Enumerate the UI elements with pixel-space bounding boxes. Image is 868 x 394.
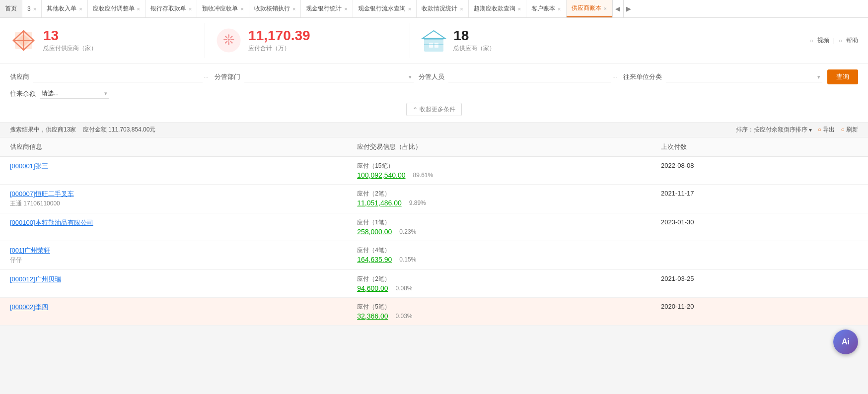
last-payment-cell: 2021-03-25 — [651, 270, 868, 298]
tx-info-cell: 应付（15笔）100,092,540.0089.61% — [347, 157, 651, 185]
filter-row-2: 往来余额 请选... — [10, 88, 858, 99]
nav-tab-supplier-ledger-close[interactable]: × — [604, 5, 607, 11]
nav-tab-cash-bank-flow-close[interactable]: × — [408, 6, 411, 12]
nav-tab-bank-deposit-close[interactable]: × — [189, 6, 192, 12]
search-button[interactable]: 查询 — [827, 69, 858, 84]
collapse-button[interactable]: ⌃ 收起更多条件 — [406, 103, 462, 116]
data-table: 供应商信息 应付交易信息（占比） 上次付数 [000001]张三应付（15笔）1… — [0, 137, 868, 326]
collapse-chevron-icon: ⌃ — [413, 106, 418, 113]
nav-tab-advance-ar-close[interactable]: × — [240, 6, 243, 12]
supplier-link[interactable]: [000012]广州贝瑞 — [10, 275, 61, 283]
svg-rect-9 — [429, 43, 433, 48]
svg-marker-8 — [422, 31, 445, 39]
tx-pct: 0.08% — [395, 285, 412, 292]
nav-tab-3[interactable]: 3 × — [22, 0, 42, 17]
nav-tab-home[interactable]: 首页 — [0, 0, 22, 17]
tx-label: 应付（2笔） — [357, 275, 641, 283]
filter-supplier: 供应商 ··· — [10, 72, 210, 82]
refresh-link[interactable]: ○ 刷新 — [841, 126, 858, 134]
nav-tab-ar-ap-adjust-label: 应收应付调整单 — [93, 4, 135, 13]
stat-payable-suppliers-content: 13 总应付供应商（家） — [43, 28, 97, 53]
nav-tab-overdue-ar[interactable]: 超期应收款查询 × — [469, 0, 526, 17]
person-dots-icon[interactable]: ··· — [612, 74, 617, 80]
top-right-links: ○ 视频 | ○ 帮助 — [799, 23, 868, 58]
supplier-link[interactable]: [000001]张三 — [10, 162, 48, 170]
tx-amount[interactable]: 11,051,486.00 — [357, 199, 402, 207]
nav-tab-ar-ap-adjust[interactable]: 应收应付调整单 × — [88, 0, 145, 17]
stat-icon-store — [420, 27, 447, 54]
tx-amount[interactable]: 94,600.00 — [357, 284, 388, 292]
supplier-link[interactable]: [000002]李四 — [10, 303, 48, 311]
stat-total-suppliers-number: 18 — [453, 28, 495, 44]
stat-payable-amount-label: 应付合计（万） — [248, 44, 310, 53]
result-bar: 搜索结果中，供应商13家 应付金额 111,703,854.00元 排序：按应付… — [0, 123, 868, 137]
table-body: [000001]张三应付（15笔）100,092,540.0089.61%202… — [0, 157, 868, 326]
filter-dept: 分管部门 — [215, 72, 414, 82]
stat-total-suppliers-label: 总供应商（家） — [453, 44, 495, 53]
nav-tab-cash-bank-stat[interactable]: 现金银行统计 × — [301, 0, 353, 17]
tx-amount[interactable]: 164,635.90 — [357, 256, 392, 263]
tx-amount[interactable]: 32,366.00 — [357, 312, 388, 320]
filter-supplier-input[interactable] — [33, 72, 203, 82]
stat-total-suppliers: 18 总供应商（家） — [410, 23, 799, 58]
nav-tab-supplier-ledger[interactable]: 供应商账本 × — [567, 0, 612, 17]
nav-tab-advance-ar[interactable]: 预收冲应收单 × — [197, 0, 249, 17]
col-tx-info: 应付交易信息（占比） — [347, 137, 651, 157]
supplier-dots-icon[interactable]: ··· — [204, 74, 208, 80]
nav-tab-cash-bank-stat-close[interactable]: × — [344, 6, 347, 12]
sort-chevron-icon: ▾ — [809, 127, 812, 133]
tx-amount[interactable]: 100,092,540.00 — [357, 171, 405, 179]
nav-tab-advance-ar-label: 预收冲应收单 — [202, 4, 238, 13]
nav-tab-cash-bank-flow[interactable]: 现金银行流水查询 × — [353, 0, 417, 17]
export-link[interactable]: ○ 导出 — [818, 126, 835, 134]
nav-tab-payment-verify-close[interactable]: × — [292, 6, 295, 12]
tx-info-cell: 应付（2笔）94,600.000.08% — [347, 270, 651, 298]
nav-tab-bank-deposit[interactable]: 银行存取款单 × — [145, 0, 197, 17]
table-row: [000100]本特勒油品有限公司应付（1笔）258,000.000.23%20… — [0, 213, 868, 241]
nav-tab-ar-ap-adjust-close[interactable]: × — [137, 6, 140, 12]
nav-tab-receipt-stat[interactable]: 收款情况统计 × — [417, 0, 468, 17]
filter-dept-select[interactable] — [244, 72, 414, 82]
stat-payable-suppliers-number: 13 — [43, 28, 97, 44]
last-payment-cell — [651, 241, 868, 270]
result-supplier-count: 搜索结果中，供应商13家 — [10, 126, 76, 133]
supplier-link[interactable]: [000100]本特勒油品有限公司 — [10, 219, 93, 226]
nav-prev-arrow[interactable]: ◀ — [612, 0, 623, 17]
filter-balance-select[interactable]: 请选... — [40, 88, 109, 99]
nav-tab-customer-ledger-close[interactable]: × — [558, 6, 561, 12]
nav-tab-receipt-stat-label: 收款情况统计 — [422, 4, 457, 13]
filter-person-input[interactable] — [448, 72, 611, 82]
supplier-link[interactable]: [000007]恒旺二手叉车 — [10, 190, 74, 197]
tx-label: 应付（15笔） — [357, 162, 641, 170]
nav-tab-overdue-ar-close[interactable]: × — [518, 6, 521, 12]
stat-payable-suppliers: 13 总应付供应商（家） — [0, 23, 205, 58]
video-link[interactable]: 视频 — [817, 36, 829, 45]
filter-category-select[interactable] — [666, 72, 823, 82]
supplier-info-cell: [000100]本特勒油品有限公司 — [0, 213, 347, 241]
nav-tab-3-close[interactable]: × — [33, 6, 36, 12]
supplier-info-cell: [000002]李四 — [0, 298, 347, 326]
sort-label: 排序：按应付余额倒序排序 — [736, 126, 807, 134]
nav-tab-cash-bank-stat-label: 现金银行统计 — [306, 4, 342, 13]
table-row: [000002]李四应付（5笔）32,366.000.03%2020-11-20 — [0, 298, 868, 326]
last-payment-cell: 2020-11-20 — [651, 298, 868, 326]
help-link[interactable]: 帮助 — [846, 36, 858, 45]
stat-payable-amount-number: 11,170.39 — [248, 28, 310, 44]
tx-amount[interactable]: 258,000.00 — [357, 228, 392, 236]
stat-icon-diamond — [10, 27, 37, 54]
sort-dropdown[interactable]: 排序：按应付余额倒序排序 ▾ — [736, 126, 812, 134]
nav-next-arrow[interactable]: ▶ — [623, 0, 634, 17]
supplier-link[interactable]: [001]广州荣轩 — [10, 247, 50, 254]
table-row: [000001]张三应付（15笔）100,092,540.0089.61%202… — [0, 157, 868, 185]
nav-tab-other-income[interactable]: 其他收入单 × — [42, 0, 87, 17]
nav-tab-cash-bank-flow-label: 现金银行流水查询 — [358, 4, 406, 13]
tx-label: 应付（2笔） — [357, 190, 641, 198]
filter-balance-wrapper: 请选... — [40, 88, 109, 99]
nav-tab-receipt-stat-close[interactable]: × — [460, 6, 463, 12]
nav-tab-payment-verify[interactable]: 收款核销执行 × — [249, 0, 301, 17]
top-navigation: 首页 3 × 其他收入单 × 应收应付调整单 × 银行存取款单 × 预收冲应收单… — [0, 0, 868, 18]
nav-tab-customer-ledger[interactable]: 客户账本 × — [526, 0, 566, 17]
data-table-container: 供应商信息 应付交易信息（占比） 上次付数 [000001]张三应付（15笔）1… — [0, 137, 868, 326]
nav-tab-other-income-close[interactable]: × — [79, 6, 82, 12]
tx-label: 应付（5笔） — [357, 303, 641, 311]
